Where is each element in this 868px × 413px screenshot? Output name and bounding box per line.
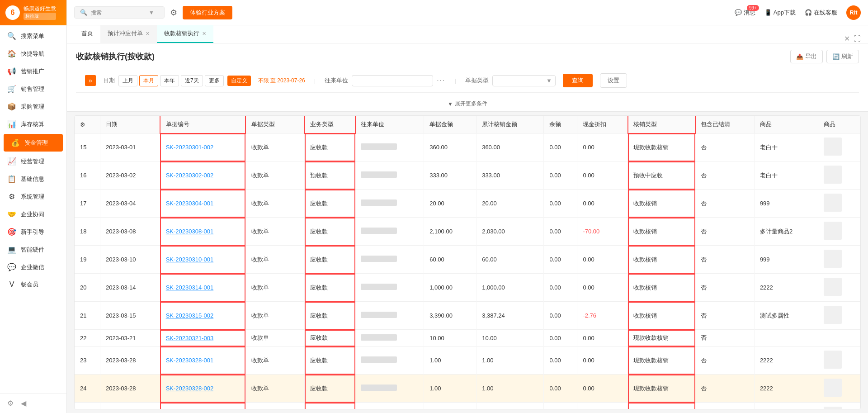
sidebar-item-wechat[interactable]: 💬企业微信 (0, 258, 66, 276)
partner-filter-label: 往来单位 (325, 76, 348, 85)
td-row-no: 17 (75, 190, 100, 218)
td-row-no: 15 (75, 133, 100, 161)
header-search-box[interactable]: 🔍 ▼ (74, 6, 165, 19)
td-cum-amount: 60.00 (476, 246, 544, 274)
sidebar-item-quick-nav[interactable]: 🏠快捷导航 (0, 45, 66, 62)
col-partner: 往来单位 (355, 116, 424, 133)
header-search-input[interactable] (91, 9, 145, 16)
tab-expand-action[interactable]: ⛶ (854, 35, 861, 43)
sidebar-item-sales[interactable]: 🛒销售管理 (0, 80, 66, 98)
td-bill-type: 收款单 (245, 246, 304, 274)
table-row: 25 2023-03-31 SK-20230331-002 红字收款单 应收款 … (75, 403, 860, 410)
tab-receivable-close[interactable]: ✕ (146, 31, 150, 37)
refresh-button[interactable]: 🔄 刷新 (826, 50, 859, 63)
bill-no-link[interactable]: SK-20230314-001 (166, 284, 214, 291)
export-button[interactable]: 📤 导出 (790, 50, 823, 63)
td-row-no: 16 (75, 161, 100, 190)
td-product: 2222 (754, 375, 818, 403)
sidebar-item-label: 资金管理 (24, 139, 48, 147)
tab-collection[interactable]: 收款核销执行 ✕ (157, 25, 213, 43)
expand-more-button[interactable]: ▼ 展开更多条件 (448, 100, 487, 108)
partner-filter-input[interactable] (352, 75, 433, 86)
export-icon: 📤 (796, 53, 803, 60)
td-cancel-type: 预收中应收 (628, 161, 695, 190)
td-amount: 1.00 (424, 347, 476, 375)
setting-button[interactable]: 设置 (600, 73, 627, 88)
sidebar-item-system[interactable]: ⚙系统管理 (0, 188, 66, 205)
td-date: 2023-03-21 (100, 330, 160, 347)
sidebar-item-inventory[interactable]: 📊库存核算 (0, 115, 66, 133)
td-bill-no: SK-20230308-001 (160, 218, 245, 246)
search-icon: 🔍 (80, 9, 87, 16)
td-bill-no: SK-20230315-002 (160, 302, 245, 330)
td-bill-no: SK-20230328-002 (160, 375, 245, 403)
online-service-button[interactable]: 🎧 在线客服 (805, 9, 837, 17)
sidebar-footer: ⚙ ◀ (0, 393, 66, 413)
bill-no-link[interactable]: SK-20230302-002 (166, 172, 214, 179)
this-month-btn[interactable]: 本月 (139, 75, 158, 86)
tab-bar-actions: ✕ ⛶ (844, 34, 861, 43)
td-balance: 0.00 (544, 403, 577, 410)
last-7-days-btn[interactable]: 近7天 (181, 75, 203, 86)
bill-no-link[interactable]: SK-20230301-002 (166, 144, 214, 151)
message-button[interactable]: 💬 消息 99+ (735, 9, 755, 17)
bill-no-link[interactable]: SK-20230310-001 (166, 256, 214, 263)
td-cum-amount: 2,030.00 (476, 218, 544, 246)
settings-footer-icon[interactable]: ⚙ (7, 399, 14, 408)
sidebar-item-finance[interactable]: 💰资金管理 (4, 134, 63, 152)
tab-collection-close[interactable]: ✕ (202, 31, 206, 37)
td-include-settled: 否 (695, 302, 754, 330)
sidebar-item-marketing[interactable]: 📢营销推广 (0, 62, 66, 80)
col-cancel-type: 核销类型 (628, 116, 695, 133)
tab-receivable[interactable]: 预计冲应付单 ✕ (100, 25, 157, 43)
bill-no-link[interactable]: SK-20230328-002 (166, 385, 214, 392)
sidebar-item-operation[interactable]: 📈经营管理 (0, 152, 66, 170)
bill-no-link[interactable]: SK-20230315-002 (166, 312, 214, 319)
solution-button[interactable]: 体验行业方案 (183, 6, 232, 19)
bill-no-link[interactable]: SK-20230308-001 (166, 228, 214, 235)
last-month-btn[interactable]: 上月 (118, 75, 137, 86)
td-include-settled: 否 (695, 330, 754, 347)
bill-type-filter-label: 单据类型 (465, 76, 489, 85)
td-product2 (818, 274, 860, 302)
bill-no-link[interactable]: SK-20230328-001 (166, 357, 214, 364)
td-balance: 0.00 (544, 246, 577, 274)
col-gear[interactable]: ⚙ (75, 116, 100, 133)
app-download-button[interactable]: 📱 App下载 (764, 9, 796, 17)
sidebar-item-member[interactable]: V畅会员 (0, 276, 66, 293)
page-actions: 📤 导出 🔄 刷新 (790, 50, 859, 63)
bill-type-select[interactable] (492, 75, 556, 86)
user-avatar[interactable]: Rit (846, 5, 861, 20)
sidebar-item-hardware[interactable]: 💻智能硬件 (0, 241, 66, 258)
refresh-icon: 🔄 (832, 53, 840, 60)
td-cum-amount: 3,387.24 (476, 302, 544, 330)
collapse-footer-icon[interactable]: ◀ (21, 399, 26, 408)
filter-expand-button[interactable]: » (85, 75, 96, 86)
bill-no-link[interactable]: SK-20230321-003 (166, 335, 214, 342)
table-header-row: ⚙ 日期 单据编号 单据类型 业务类型 往来单位 单据金额 累计核销金额 余额 … (75, 116, 860, 133)
bill-no-link[interactable]: SK-20230304-001 (166, 200, 214, 207)
sidebar-item-basic[interactable]: 📋基础信息 (0, 170, 66, 188)
sidebar-item-purchase[interactable]: 📦采购管理 (0, 98, 66, 115)
sidebar-item-search[interactable]: 🔍搜索菜单 (0, 27, 66, 45)
td-product2 (818, 246, 860, 274)
td-include-settled: 否 (695, 246, 754, 274)
td-row-no: 22 (75, 330, 100, 347)
this-year-btn[interactable]: 本年 (160, 75, 179, 86)
gear-icon[interactable]: ⚙ (170, 8, 177, 18)
more-date-btn[interactable]: 更多 (205, 75, 224, 86)
tab-home[interactable]: 首页 (74, 25, 100, 43)
td-bill-no: SK-20230331-002 (160, 403, 245, 410)
table-row: 17 2023-03-04 SK-20230304-001 收款单 应收款 20… (75, 190, 860, 218)
sidebar-item-guide[interactable]: 🎯新手引导 (0, 223, 66, 241)
custom-date-btn[interactable]: 自定义 (227, 76, 251, 86)
td-biz-type: 应收款 (305, 375, 355, 403)
query-button[interactable]: 查询 (563, 74, 593, 87)
td-row-no: 24 (75, 375, 100, 403)
td-date: 2023-03-31 (100, 403, 160, 410)
td-date: 2023-03-28 (100, 375, 160, 403)
sidebar-item-company[interactable]: 🤝企业协同 (0, 205, 66, 223)
td-amount: -2,430.00 (424, 403, 476, 410)
td-cash-discount: 0.00 (577, 246, 628, 274)
tab-close-action[interactable]: ✕ (844, 34, 850, 43)
